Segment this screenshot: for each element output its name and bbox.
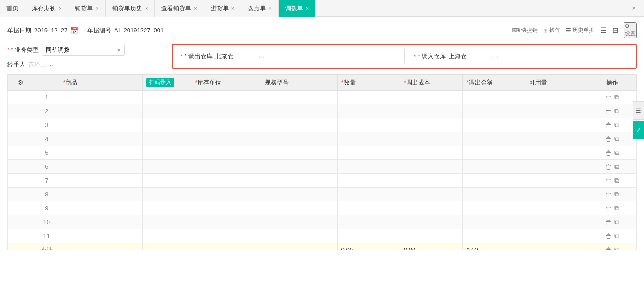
layout-grid-icon[interactable]: ⊟ — [612, 26, 618, 35]
cell-cost-11[interactable] — [400, 229, 462, 243]
tab-inventory-init[interactable]: 库存期初 × — [25, 0, 68, 17]
cell-unit-10[interactable] — [191, 215, 261, 229]
cell-unit-7[interactable] — [191, 174, 261, 188]
biz-type-select[interactable]: 同价调拨 ▾ — [42, 44, 125, 56]
copy-icon-9[interactable]: ⧉ — [614, 204, 619, 212]
cell-unit-1[interactable] — [191, 91, 261, 104]
subtotal-copy-icon[interactable]: ⧉ — [614, 246, 619, 250]
operation-btn[interactable]: ⊞ 操作 — [543, 26, 560, 34]
in-warehouse-dots-icon[interactable]: ··· — [492, 53, 498, 60]
cell-spec-3[interactable] — [261, 118, 337, 132]
cell-spec-2[interactable] — [261, 104, 337, 118]
cell-product-2[interactable] — [59, 104, 143, 118]
delete-icon-6[interactable]: 🗑 — [605, 163, 612, 171]
cell-amount-4[interactable] — [462, 132, 525, 146]
cell-spec-5[interactable] — [261, 146, 337, 160]
cell-unit-6[interactable] — [191, 160, 261, 174]
tab-stocktake[interactable]: 盘点单 × — [241, 0, 278, 17]
cell-spec-9[interactable] — [261, 201, 337, 215]
cell-qty-10[interactable] — [337, 215, 400, 229]
delete-icon-2[interactable]: 🗑 — [605, 108, 612, 115]
cell-qty-6[interactable] — [337, 160, 400, 174]
tab-close-purchase[interactable]: × — [231, 6, 234, 11]
delete-icon-1[interactable]: 🗑 — [605, 94, 612, 101]
delete-icon-10[interactable]: 🗑 — [605, 219, 612, 226]
copy-icon-1[interactable]: ⧉ — [614, 93, 619, 101]
cell-qty-2[interactable] — [337, 104, 400, 118]
cell-qty-4[interactable] — [337, 132, 400, 146]
cell-product-5[interactable] — [59, 146, 143, 160]
cell-amount-7[interactable] — [462, 174, 525, 188]
cell-spec-7[interactable] — [261, 174, 337, 188]
cell-amount-2[interactable] — [462, 104, 525, 118]
history-btn[interactable]: ☰ 历史单据 — [566, 26, 595, 34]
cell-qty-3[interactable] — [337, 118, 400, 132]
cell-qty-11[interactable] — [337, 229, 400, 243]
tab-close-view-sales[interactable]: × — [194, 6, 197, 11]
copy-icon-6[interactable]: ⧉ — [614, 163, 619, 171]
cell-unit-8[interactable] — [191, 188, 261, 201]
setting-btn[interactable]: ⚙ 设置 — [624, 22, 637, 38]
cell-unit-11[interactable] — [191, 229, 261, 243]
copy-icon-4[interactable]: ⧉ — [614, 135, 619, 143]
tab-close-stocktake[interactable]: × — [268, 6, 271, 11]
cell-amount-10[interactable] — [462, 215, 525, 229]
cell-cost-10[interactable] — [400, 215, 462, 229]
cell-amount-8[interactable] — [462, 188, 525, 201]
cell-spec-10[interactable] — [261, 215, 337, 229]
copy-icon-5[interactable]: ⧉ — [614, 149, 619, 157]
out-warehouse-dots-icon[interactable]: ··· — [259, 53, 265, 60]
delete-icon-4[interactable]: 🗑 — [605, 135, 612, 143]
cell-cost-3[interactable] — [400, 118, 462, 132]
shortcut-btn[interactable]: ⌨ 快捷键 — [512, 26, 538, 34]
cell-qty-8[interactable] — [337, 188, 400, 201]
delete-icon-5[interactable]: 🗑 — [605, 149, 612, 157]
cell-spec-1[interactable] — [261, 91, 337, 104]
cell-product-3[interactable] — [59, 118, 143, 132]
copy-icon-10[interactable]: ⧉ — [614, 218, 619, 226]
cell-amount-1[interactable] — [462, 91, 525, 104]
cell-product-9[interactable] — [59, 201, 143, 215]
tab-close-transfer[interactable]: × — [306, 6, 309, 11]
tab-sales-history[interactable]: 销货单历史 × — [106, 0, 155, 17]
cell-product-10[interactable] — [59, 215, 143, 229]
cell-spec-11[interactable] — [261, 229, 337, 243]
cell-cost-4[interactable] — [400, 132, 462, 146]
cell-spec-6[interactable] — [261, 160, 337, 174]
delete-icon-8[interactable]: 🗑 — [605, 191, 612, 198]
cell-cost-2[interactable] — [400, 104, 462, 118]
person-dots-icon[interactable]: ··· — [48, 61, 53, 68]
cell-cost-6[interactable] — [400, 160, 462, 174]
cell-unit-3[interactable] — [191, 118, 261, 132]
tab-sales-order[interactable]: 销货单 × — [68, 0, 105, 17]
cell-product-8[interactable] — [59, 188, 143, 201]
layout-list-icon[interactable]: ☰ — [600, 26, 607, 35]
tab-close-inventory-init[interactable]: × — [59, 6, 61, 11]
tab-bar-close-button[interactable]: × — [627, 2, 640, 15]
copy-icon-3[interactable]: ⧉ — [614, 121, 619, 129]
tab-transfer[interactable]: 调拨单 × — [279, 0, 316, 17]
cell-amount-11[interactable] — [462, 229, 525, 243]
cell-qty-7[interactable] — [337, 174, 400, 188]
cell-amount-5[interactable] — [462, 146, 525, 160]
cell-amount-6[interactable] — [462, 160, 525, 174]
cell-cost-1[interactable] — [400, 91, 462, 104]
barcode-scan-btn[interactable]: 扫码录入 — [146, 78, 174, 87]
copy-icon-7[interactable]: ⧉ — [614, 177, 619, 184]
cell-qty-9[interactable] — [337, 201, 400, 215]
subtotal-delete-icon[interactable]: 🗑 — [605, 246, 612, 250]
tab-view-sales[interactable]: 查看销货单 × — [155, 0, 204, 17]
person-select[interactable]: 选择... — [28, 61, 45, 69]
cell-product-7[interactable] — [59, 174, 143, 188]
th-gear[interactable]: ⚙ — [8, 75, 34, 91]
cell-qty-5[interactable] — [337, 146, 400, 160]
cell-amount-3[interactable] — [462, 118, 525, 132]
cell-unit-2[interactable] — [191, 104, 261, 118]
cell-product-6[interactable] — [59, 160, 143, 174]
cell-cost-7[interactable] — [400, 174, 462, 188]
copy-icon-2[interactable]: ⧉ — [614, 107, 619, 115]
cell-spec-8[interactable] — [261, 188, 337, 201]
cell-qty-1[interactable] — [337, 91, 400, 104]
tab-close-sales-order[interactable]: × — [96, 6, 98, 11]
cell-spec-4[interactable] — [261, 132, 337, 146]
